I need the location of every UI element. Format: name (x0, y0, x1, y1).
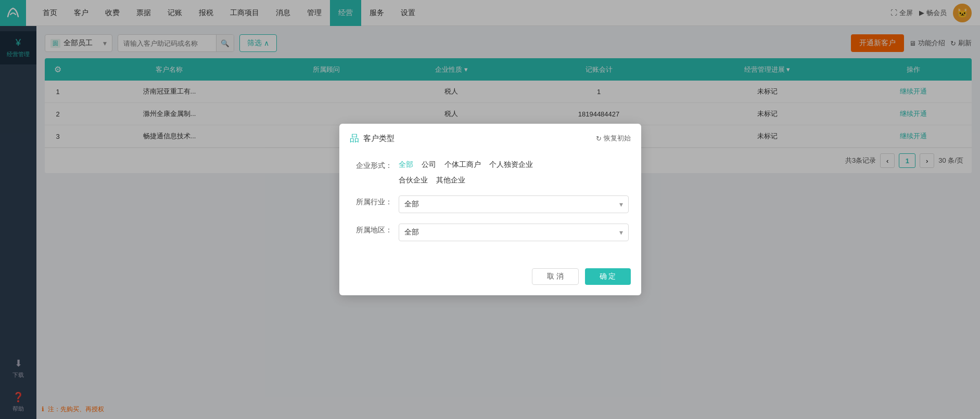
opt-all[interactable]: 全部 (399, 160, 413, 169)
reset-label: 恢复初始 (604, 134, 631, 143)
opt-other[interactable]: 其他企业 (436, 176, 465, 181)
dialog-reset-button[interactable]: ↻ 恢复初始 (596, 134, 631, 143)
filter-dialog: 品 客户类型 ↻ 恢复初始 企业形式： 全部 公司 个体工商户 个人独资企业 (339, 124, 641, 181)
reset-icon: ↻ (596, 135, 602, 142)
opt-sole[interactable]: 个人独资企业 (489, 160, 533, 169)
enterprise-label: 企业形式： (352, 159, 399, 171)
type-options-row1: 全部 公司 个体工商户 个人独资企业 (399, 159, 629, 169)
enterprise-options: 全部 公司 个体工商户 个人独资企业 合伙企业 其他企业 (399, 159, 629, 181)
filter-overlay[interactable]: 品 客户类型 ↻ 恢复初始 企业形式： 全部 公司 个体工商户 个人独资企业 (0, 0, 980, 181)
opt-partnership[interactable]: 合伙企业 (399, 176, 428, 181)
dialog-title-icon: 品 (350, 132, 359, 145)
dialog-title-text: 客户类型 (363, 134, 394, 143)
dialog-body: 企业形式： 全部 公司 个体工商户 个人独资企业 合伙企业 其他企业 所属 (339, 151, 641, 181)
opt-company[interactable]: 公司 (422, 160, 436, 169)
dialog-title: 品 客户类型 (350, 132, 394, 145)
dialog-header: 品 客户类型 ↻ 恢复初始 (339, 124, 641, 151)
enterprise-form-row: 企业形式： 全部 公司 个体工商户 个人独资企业 合伙企业 其他企业 (352, 159, 629, 181)
opt-individual[interactable]: 个体工商户 (444, 160, 481, 169)
type-options-row2: 合伙企业 其他企业 (399, 175, 629, 181)
